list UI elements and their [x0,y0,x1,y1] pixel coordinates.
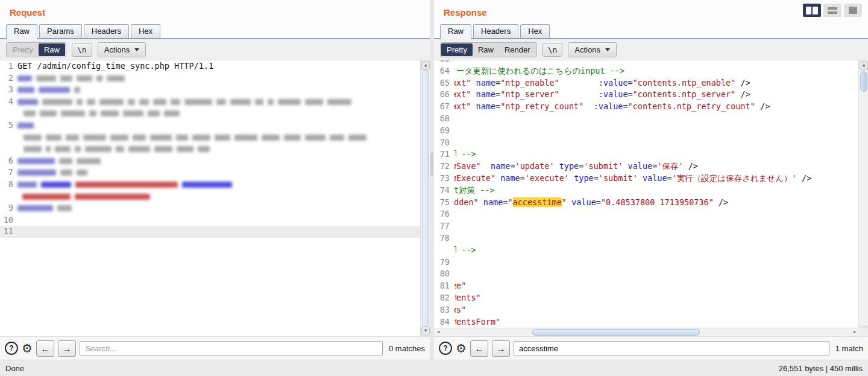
response-newline-button[interactable]: \n [542,43,563,57]
code-line-68: 68 [434,113,859,125]
redacted-text [17,99,38,105]
tab-headers[interactable]: Headers [84,24,129,38]
response-metrics: 26,551 bytes | 450 millis [779,364,863,373]
request-title: Request [0,0,430,23]
response-hscroll-thumb[interactable] [532,329,700,336]
line-number: 9 [0,202,17,214]
line-content [17,191,154,203]
scroll-right-icon[interactable]: ► [851,328,858,336]
redacted-text [177,146,193,152]
redacted-text [77,170,87,176]
redacted-text [24,110,36,116]
request-code: 1GET /admin/config_time_sync.php HTTP/1.… [0,60,421,336]
search-match-highlight: accesstime [513,197,562,207]
code-line-6: 6 [0,155,421,167]
line-number: 73 [434,173,454,185]
code-line-8: 8 [0,179,421,191]
redacted-text [305,99,323,105]
response-search-prev-button[interactable]: ← [470,340,488,357]
layout-rows-button[interactable] [823,4,841,17]
line-content: tents" [454,292,481,304]
line-content [17,167,92,179]
line-number: 79 [434,257,454,269]
redacted-text [150,135,172,141]
redacted-text [46,146,51,152]
scroll-left-icon[interactable]: ◄ [435,328,442,336]
code-line-77: 77 [434,220,859,232]
response-actions-button[interactable]: Actions [568,42,617,57]
redacted-text [262,135,280,141]
line-number: 72 [434,161,454,173]
redacted-text [176,135,188,141]
redacted-text [17,170,56,176]
line-content: nSave" name='update' type='submit' value… [454,161,698,173]
scroll-up-icon[interactable]: ▲ [421,61,430,70]
scroll-up-icon[interactable]: ▲ [860,61,868,70]
layout-single-button[interactable] [844,4,862,17]
request-vertical-scrollbar[interactable]: ▲ ▼ [420,60,430,336]
line-number: 69 [434,125,454,137]
response-vertical-scrollbar[interactable]: ▲ ▼ [858,60,868,336]
line-number: 67 [434,101,454,113]
request-actions-button[interactable]: Actions [98,42,146,57]
tab-params[interactable]: Params [39,24,82,38]
request-search-next-button[interactable]: → [58,340,76,357]
view-toggle-raw[interactable]: Raw [473,43,499,56]
panel-splitter[interactable] [430,0,434,360]
line-number: 10 [0,214,17,226]
line-content [17,72,129,84]
redacted-text [284,135,301,141]
redacted-text [327,99,351,105]
help-icon[interactable]: ? [439,342,452,355]
response-horizontal-scrollbar[interactable]: ◄ ► [434,328,859,336]
redacted-text [148,110,160,116]
line-number [0,132,17,144]
redacted-text [77,158,101,164]
tab-hex[interactable]: Hex [520,24,550,38]
request-scroll-thumb[interactable] [422,70,429,327]
gear-icon[interactable]: ⚙ [22,342,33,354]
request-search-input[interactable] [80,341,383,355]
code-line-65: 65ext" name="ntp_enable" :value="content… [434,77,859,89]
redacted-text [153,99,166,105]
help-icon[interactable]: ? [5,342,18,355]
code-line-4: 4 [0,96,421,108]
code-line-80: 80 [434,268,859,280]
view-toggle-render[interactable]: Render [499,43,536,56]
view-toggle-raw[interactable]: Raw [39,43,65,56]
redacted-text [17,158,55,164]
redacted-text [85,146,112,152]
code-line-67: 67ext" name="ntp_retry_count" :value="co… [434,101,859,113]
scroll-down-icon[interactable]: ▼ [421,327,430,336]
redacted-text [61,110,85,116]
tab-raw[interactable]: Raw [440,24,471,39]
layout-columns-button[interactable] [803,4,821,17]
view-toggle-pretty[interactable]: Pretty [441,43,473,56]
tab-raw[interactable]: Raw [6,24,37,39]
line-number [434,244,454,257]
redacted-text [42,99,72,105]
response-search-next-button[interactable]: → [492,340,510,357]
redacted-text [230,99,251,105]
code-line-72: 72nSave" name='update' type='submit' val… [434,161,859,173]
line-content [17,143,214,155]
line-content [17,132,371,144]
tab-headers[interactable]: Headers [473,24,518,38]
response-search-bar: ? ⚙ ← → 1 match [434,336,868,360]
request-editor[interactable]: 1GET /admin/config_time_sync.php HTTP/1.… [0,60,430,336]
response-scroll-thumb[interactable] [860,71,867,92]
redacted-text [255,99,263,105]
code-line-2: 2 [0,72,421,84]
response-search-input[interactable] [514,341,829,355]
gear-icon[interactable]: ⚙ [456,342,467,354]
redacted-text [305,135,326,141]
line-content: l --> [454,244,476,257]
response-editor[interactable]: 6364'ータ更新に使われるのはこちらのinput -->65ext" name… [434,60,868,336]
line-content: es" [454,304,466,316]
tab-hex[interactable]: Hex [131,24,160,38]
line-content: GET /admin/config_time_sync.php HTTP/1.1 [17,60,213,72]
redacted-text [17,87,34,93]
request-search-prev-button[interactable]: ← [36,340,54,357]
redacted-text [133,135,146,141]
request-newline-button[interactable]: \n [72,43,92,57]
